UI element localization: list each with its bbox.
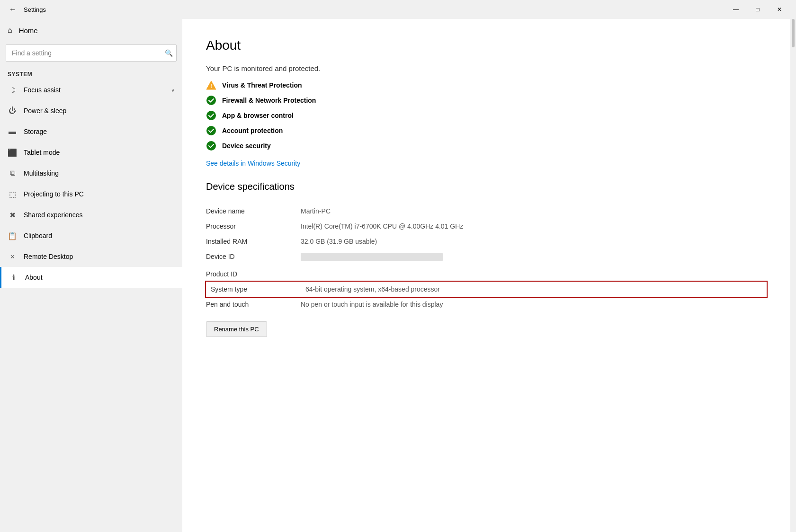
- sidebar-item-power-sleep[interactable]: ⏻ Power & sleep: [0, 100, 182, 121]
- tablet-icon: ⬛: [8, 148, 17, 157]
- sidebar-item-multitasking[interactable]: ⧉ Multitasking: [0, 163, 182, 184]
- warning-icon: !: [206, 80, 216, 90]
- specs-table: Device name Martin-PC Processor Intel(R)…: [206, 204, 767, 312]
- check-icon-app-browser: [206, 110, 216, 121]
- spec-row-device-id: Device ID: [206, 249, 767, 266]
- protection-item-app-browser: App & browser control: [206, 110, 767, 121]
- shared-icon: ✖: [8, 211, 17, 220]
- multitask-icon: ⧉: [8, 169, 17, 177]
- minimize-button[interactable]: —: [725, 0, 747, 19]
- spec-value-ram: 32.0 GB (31.9 GB usable): [301, 234, 767, 249]
- svg-point-3: [206, 111, 216, 120]
- scrollbar-thumb[interactable]: [792, 19, 795, 47]
- spec-value-processor: Intel(R) Core(TM) i7-6700K CPU @ 4.00GHz…: [301, 219, 767, 234]
- home-label: Home: [19, 27, 38, 35]
- clipboard-label: Clipboard: [24, 232, 175, 239]
- close-button[interactable]: ✕: [769, 0, 790, 19]
- spec-label-device-id: Device ID: [206, 249, 301, 266]
- shared-label: Shared experiences: [24, 211, 175, 219]
- spec-label-device-name: Device name: [206, 204, 301, 219]
- spec-row-pen-touch: Pen and touch No pen or touch input is a…: [206, 297, 767, 312]
- svg-point-2: [206, 96, 216, 105]
- main-window: ⌂ Home 🔍 System ☽ Focus assist ∧ ⏻ Power…: [0, 19, 796, 532]
- tablet-mode-label: Tablet mode: [24, 149, 175, 156]
- spec-value-pen-touch: No pen or touch input is available for t…: [301, 297, 767, 312]
- content-area: About Your PC is monitored and protected…: [182, 19, 790, 532]
- remote-label: Remote Desktop: [24, 253, 175, 260]
- sidebar-item-focus-assist[interactable]: ☽ Focus assist ∧: [0, 80, 182, 100]
- remote-icon: ✕: [8, 253, 17, 260]
- system-section-label: System: [0, 67, 182, 80]
- spec-value-device-name: Martin-PC: [301, 204, 767, 219]
- titlebar: ← Settings — □ ✕: [0, 0, 796, 19]
- sidebar-item-about[interactable]: ℹ About: [0, 267, 182, 288]
- search-input[interactable]: [6, 44, 177, 62]
- about-label: About: [25, 274, 175, 281]
- power-sleep-label: Power & sleep: [24, 107, 175, 115]
- projecting-label: Projecting to this PC: [24, 190, 175, 198]
- back-button[interactable]: ←: [6, 2, 20, 17]
- maximize-button[interactable]: □: [747, 0, 769, 19]
- protection-item-firewall: Firewall & Network Protection: [206, 95, 767, 106]
- sidebar-item-remote-desktop[interactable]: ✕ Remote Desktop: [0, 246, 182, 267]
- device-specs-title: Device specifications: [206, 181, 767, 192]
- protection-item-account: Account protection: [206, 125, 767, 136]
- titlebar-title: Settings: [24, 6, 46, 13]
- check-icon-account: [206, 125, 216, 136]
- spec-label-product-id: Product ID: [206, 266, 301, 282]
- storage-label: Storage: [24, 128, 175, 135]
- power-icon: ⏻: [8, 106, 17, 115]
- focus-assist-label: Focus assist: [24, 86, 171, 94]
- svg-text:!: !: [210, 83, 212, 89]
- storage-icon: ▬: [8, 127, 17, 136]
- sidebar-home[interactable]: ⌂ Home: [0, 19, 182, 42]
- spec-value-system-type: 64-bit operating system, x64-based proce…: [301, 282, 767, 297]
- virus-protection-label: Virus & Threat Protection: [222, 81, 302, 89]
- spec-value-device-id: [301, 249, 767, 266]
- spec-value-product-id: [301, 266, 767, 282]
- spec-row-ram: Installed RAM 32.0 GB (31.9 GB usable): [206, 234, 767, 249]
- sidebar: ⌂ Home 🔍 System ☽ Focus assist ∧ ⏻ Power…: [0, 19, 182, 532]
- scrollbar[interactable]: [790, 19, 796, 532]
- sidebar-item-shared-experiences[interactable]: ✖ Shared experiences: [0, 204, 182, 225]
- spec-row-device-name: Device name Martin-PC: [206, 204, 767, 219]
- svg-point-5: [206, 141, 216, 151]
- page-title: About: [206, 38, 767, 53]
- sidebar-item-tablet-mode[interactable]: ⬛ Tablet mode: [0, 142, 182, 163]
- spec-label-system-type: System type: [206, 282, 301, 297]
- clipboard-icon: 📋: [8, 231, 17, 240]
- window-controls: — □ ✕: [725, 0, 790, 19]
- about-icon: ℹ: [9, 273, 18, 282]
- home-icon: ⌂: [8, 26, 12, 35]
- sidebar-item-storage[interactable]: ▬ Storage: [0, 121, 182, 142]
- windows-security-link[interactable]: See details in Windows Security: [206, 160, 300, 167]
- spec-row-product-id: Product ID: [206, 266, 767, 282]
- spec-label-pen-touch: Pen and touch: [206, 297, 301, 312]
- account-protection-label: Account protection: [222, 127, 283, 134]
- device-id-redacted: [301, 253, 443, 261]
- multitasking-label: Multitasking: [24, 169, 175, 177]
- spec-row-processor: Processor Intel(R) Core(TM) i7-6700K CPU…: [206, 219, 767, 234]
- search-icon[interactable]: 🔍: [165, 49, 173, 57]
- chevron-up-icon: ∧: [171, 88, 175, 93]
- sidebar-item-projecting[interactable]: ⬚ Projecting to this PC: [0, 184, 182, 204]
- rename-pc-button[interactable]: Rename this PC: [206, 321, 267, 337]
- spec-label-ram: Installed RAM: [206, 234, 301, 249]
- protection-subtitle: Your PC is monitored and protected.: [206, 64, 767, 72]
- check-icon-firewall: [206, 95, 216, 106]
- check-icon-device: [206, 141, 216, 151]
- sidebar-item-clipboard[interactable]: 📋 Clipboard: [0, 225, 182, 246]
- spec-label-processor: Processor: [206, 219, 301, 234]
- spec-row-system-type: System type 64-bit operating system, x64…: [206, 282, 767, 297]
- device-security-label: Device security: [222, 142, 271, 150]
- protection-item-virus: ! Virus & Threat Protection: [206, 80, 767, 90]
- search-box: 🔍: [6, 44, 177, 62]
- svg-point-4: [206, 126, 216, 135]
- projecting-icon: ⬚: [8, 190, 17, 199]
- protection-item-device-security: Device security: [206, 141, 767, 151]
- firewall-label: Firewall & Network Protection: [222, 97, 316, 104]
- focus-assist-icon: ☽: [8, 86, 17, 95]
- app-browser-label: App & browser control: [222, 112, 294, 119]
